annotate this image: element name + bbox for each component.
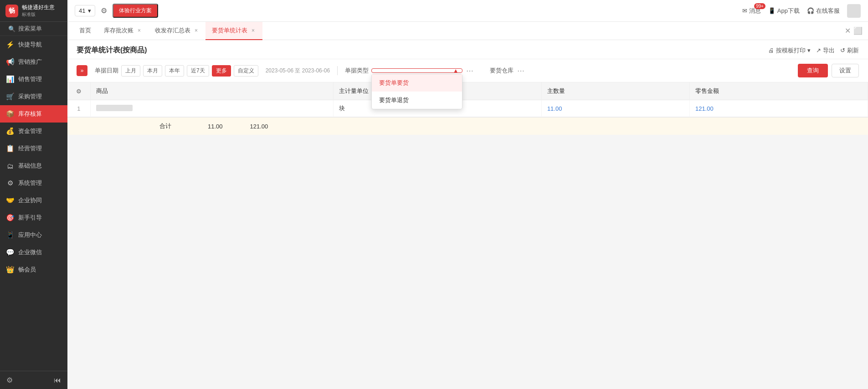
warehouse-more-icon[interactable]: ⋯ [517, 67, 524, 75]
tab-batch-account-label: 库存批次账 [104, 26, 134, 35]
footer-total-label: 合计 [159, 122, 171, 130]
filter-action-group: 查询 设置 [798, 64, 859, 77]
print-button[interactable]: 🖨 按模板打印 ▾ [768, 46, 811, 55]
type-select-trigger[interactable]: ▲ [371, 68, 462, 73]
topbar-settings-icon[interactable]: ⚙ [101, 6, 107, 15]
footer-quantity: 11.00 [208, 123, 223, 130]
online-service-button[interactable]: 🎧 在线客服 [807, 7, 840, 15]
tab-close-all-icon[interactable]: ✕ [845, 26, 851, 35]
tab-collect-summary[interactable]: 收发存汇总表 × [149, 22, 205, 40]
sidebar-item-wechat[interactable]: 💬 企业微信 [0, 244, 67, 261]
page-container: 要货单统计表(按商品) 🖨 按模板打印 ▾ ↗ 导出 ↺ 刷新 [67, 40, 868, 389]
page-actions: 🖨 按模板打印 ▾ ↗ 导出 ↺ 刷新 [768, 46, 859, 55]
cell-amount: 121.00 [689, 100, 868, 117]
date-btn-more[interactable]: 更多 [212, 65, 231, 77]
chevron-up-icon: ▲ [453, 67, 458, 74]
content-area: 要货单统计表(按商品) 🖨 按模板打印 ▾ ↗ 导出 ↺ 刷新 [67, 40, 868, 389]
quick-nav-icon: ⚡ [5, 41, 15, 49]
sidebar-settings-button[interactable]: ⚙ [6, 376, 13, 384]
sidebar-item-marketing[interactable]: 📢 营销推广 [0, 53, 67, 71]
date-btn-this-year[interactable]: 本年 [165, 65, 184, 77]
filter-more-icon[interactable]: ⋯ [466, 67, 473, 75]
guide-icon: 🎯 [5, 214, 15, 222]
app-download-button[interactable]: 📱 App下载 [768, 7, 800, 15]
th-settings[interactable]: ⚙ [67, 82, 90, 100]
chevron-down-icon: ▾ [88, 7, 91, 14]
sidebar-item-label: 企业微信 [18, 248, 42, 256]
dropdown-option-return[interactable]: 要货单退货 [372, 92, 462, 109]
tab-order-summary-close[interactable]: × [250, 27, 256, 34]
sidebar-item-app-center[interactable]: 📱 应用中心 [0, 226, 67, 244]
sidebar-item-base-info[interactable]: 🗂 基础信息 [0, 157, 67, 174]
topbar: 41 ▾ ⚙ 体验行业方案 ✉ 消息 99+ 📱 App下载 🎧 在线客服 [67, 0, 868, 22]
sidebar-footer: ⚙ ⏮ [0, 371, 67, 389]
purchase-icon: 🛒 [5, 92, 15, 101]
page-title: 要货单统计表(按商品) [77, 46, 147, 55]
message-button[interactable]: ✉ 消息 99+ [742, 7, 761, 15]
th-product: 商品 [90, 82, 333, 100]
sidebar-item-label: 应用中心 [18, 231, 42, 239]
tab-home[interactable]: 首页 [73, 22, 98, 40]
sidebar-item-quick-nav[interactable]: ⚡ 快捷导航 [0, 36, 67, 53]
date-btn-custom[interactable]: 自定义 [234, 65, 258, 77]
tab-bar-actions: ✕ ⬜ [845, 26, 863, 35]
tab-bar: 首页 库存批次账 × 收发存汇总表 × 要货单统计表 × ✕ ⬜ [67, 22, 868, 40]
sidebar-item-cooperation[interactable]: 🤝 企业协同 [0, 192, 67, 209]
sidebar-item-inventory[interactable]: 📦 库存核算 [0, 105, 67, 123]
sidebar-collapse-button[interactable]: ⏮ [54, 376, 61, 384]
tab-batch-account-close[interactable]: × [136, 27, 142, 34]
finance-icon: 💰 [5, 127, 15, 135]
sidebar-item-label: 快捷导航 [18, 41, 42, 49]
message-icon: ✉ [742, 7, 747, 14]
settings-button[interactable]: 设置 [832, 64, 859, 77]
date-btn-last-month[interactable]: 上月 [121, 65, 140, 77]
sidebar-item-system[interactable]: ⚙ 系统管理 [0, 174, 67, 192]
operations-icon: 📋 [5, 144, 15, 153]
tab-batch-account[interactable]: 库存批次账 × [98, 22, 149, 40]
promo-button[interactable]: 体验行业方案 [113, 4, 158, 18]
wechat-icon: 💬 [5, 248, 15, 256]
vip-icon: 👑 [5, 266, 15, 274]
user-avatar[interactable] [847, 4, 861, 18]
table-wrap: ⚙ 商品 主计量单位 主数量 零售金额 1 [67, 82, 868, 117]
sidebar-item-label: 库存核算 [18, 110, 42, 118]
sidebar-item-purchase[interactable]: 🛒 采购管理 [0, 88, 67, 105]
sidebar-item-finance[interactable]: 💰 资金管理 [0, 123, 67, 140]
service-icon: 🎧 [807, 7, 814, 14]
print-chevron-icon: ▾ [807, 47, 811, 54]
type-filter-label: 单据类型 [345, 67, 369, 75]
query-button[interactable]: 查询 [798, 64, 828, 77]
settings-icon: ⚙ [76, 88, 82, 95]
cooperation-icon: 🤝 [5, 196, 15, 205]
sidebar-item-operations[interactable]: 📋 经营管理 [0, 140, 67, 157]
sidebar-search[interactable]: 🔍 搜索菜单 [0, 22, 67, 36]
sidebar-item-vip[interactable]: 👑 畅会员 [0, 261, 67, 278]
refresh-button[interactable]: ↺ 刷新 [840, 46, 859, 55]
search-icon: 🔍 [8, 26, 15, 32]
cell-quantity: 11.00 [541, 100, 689, 117]
sidebar-item-label: 营销推广 [18, 58, 42, 66]
topbar-right: ✉ 消息 99+ 📱 App下载 🎧 在线客服 [742, 4, 861, 18]
sidebar-item-label: 系统管理 [18, 179, 42, 187]
export-icon: ↗ [816, 47, 821, 54]
sidebar-item-guide[interactable]: 🎯 新手引导 [0, 209, 67, 226]
sales-icon: 📊 [5, 75, 15, 83]
sidebar: 畅 畅捷通好生意 标准版 🔍 搜索菜单 ⚡ 快捷导航 📢 营销推广 📊 销售管理… [0, 0, 67, 389]
cell-product [90, 100, 333, 117]
sidebar-item-label: 经营管理 [18, 144, 42, 153]
company-selector[interactable]: 41 ▾ [75, 5, 95, 16]
filter-expand-button[interactable]: » [77, 65, 87, 76]
date-btn-this-month[interactable]: 本月 [143, 65, 162, 77]
type-select-container: ▲ 要货单要货 要货单退货 [371, 68, 462, 73]
export-button[interactable]: ↗ 导出 [816, 46, 835, 55]
dropdown-option-order[interactable]: 要货单要货 [372, 74, 462, 92]
sidebar-item-sales[interactable]: 📊 销售管理 [0, 71, 67, 88]
tab-order-summary[interactable]: 要货单统计表 × [205, 22, 262, 40]
date-btn-last-7days[interactable]: 近7天 [187, 65, 209, 77]
tab-collect-summary-close[interactable]: × [193, 27, 199, 34]
tab-maximize-icon[interactable]: ⬜ [853, 26, 863, 35]
tab-order-summary-label: 要货单统计表 [212, 26, 247, 35]
base-info-icon: 🗂 [5, 162, 15, 170]
app-logo-icon: 畅 [5, 5, 18, 17]
cell-no: 1 [67, 100, 90, 117]
